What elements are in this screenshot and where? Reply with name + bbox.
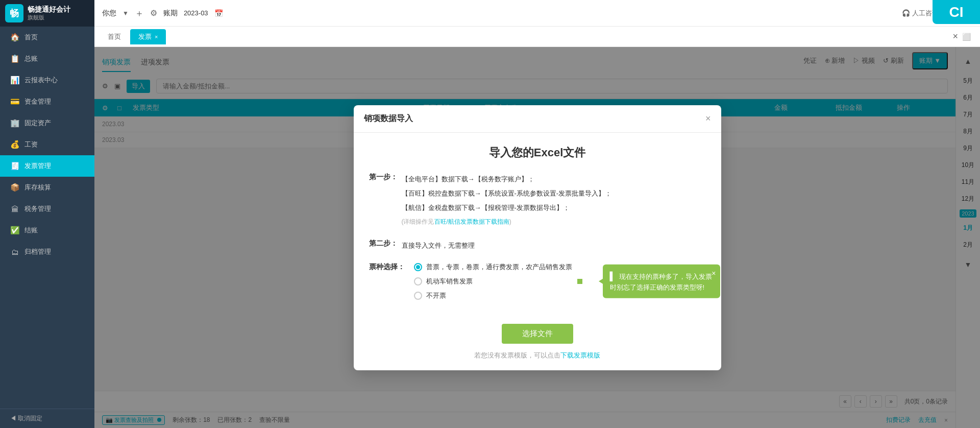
sidebar-item-tax[interactable]: 🏛 税务管理 [0, 198, 94, 220]
salary-icon: 💰 [10, 140, 19, 149]
account-selector[interactable]: 你您 [102, 9, 116, 18]
modal-footer: 选择文件 若您没有发票模版，可以点击下载发票模版 [354, 319, 721, 370]
tab-invoice[interactable]: 发票 × [130, 29, 166, 44]
tooltip-connector-dot [577, 279, 582, 284]
sidebar-label-tax: 税务管理 [24, 204, 51, 213]
sidebar-item-cloud[interactable]: 📊 云报表中心 [0, 69, 94, 91]
window-close-icon[interactable]: × [952, 31, 958, 42]
sidebar-label-invoice: 发票管理 [24, 161, 51, 171]
sidebar-item-archive[interactable]: 🗂 归档管理 [0, 241, 94, 263]
modal-header: 销项数据导入 × [354, 105, 721, 133]
sidebar-item-assets[interactable]: 🏢 固定资产 [0, 112, 94, 134]
select-file-button[interactable]: 选择文件 [502, 324, 573, 344]
sidebar-pin-label: ◀ [10, 415, 16, 422]
ticket-label: 票种选择： [369, 263, 405, 272]
modal-overlay: 销项数据导入 × 导入您的Excel文件 第一步： 【全电平台】数据下载→【税务… [94, 47, 980, 428]
tab-home[interactable]: 首页 [100, 29, 129, 44]
tab-close-icon[interactable]: × [155, 34, 158, 40]
headphone-icon: 🎧 [902, 9, 910, 17]
assets-icon: 🏢 [10, 118, 19, 128]
step2-content: 直接导入文件，无需整理 [402, 239, 475, 252]
period-value: 2023-03 [184, 9, 208, 17]
sidebar-label-home: 首页 [24, 33, 38, 42]
app-title: 畅捷通好会计 [28, 5, 70, 14]
tooltip-bar-icon: ▌ [610, 271, 616, 280]
sidebar-label-ledger: 总账 [24, 54, 38, 63]
sidebar-item-salary[interactable]: 💰 工资 [0, 134, 94, 155]
sidebar-label-assets: 固定资产 [24, 118, 51, 128]
sidebar-item-inventory[interactable]: 📦 库存核算 [0, 177, 94, 198]
sidebar-item-invoice[interactable]: 🧾 发票管理 [0, 155, 94, 177]
tooltip-bubble: × ▌ 现在支持的票种多了，导入发票时别忘了选择正确的发票类型呀! [603, 264, 720, 298]
tabbar: 首页 发票 × × ⬜ [94, 27, 980, 47]
app-subtitle: 旗舰版 [28, 14, 70, 21]
ticket-choice-block: 票种选择： 普票，专票，卷票，通行费发票，农产品销售发票 机动车销售发票 [369, 263, 706, 300]
sidebar-item-fund[interactable]: 💳 资金管理 [0, 91, 94, 112]
content-area: 销项发票 进项发票 凭证 ⊕ 新增 ▷ 视频 ↺ 刷新 账期 ▼ [94, 47, 980, 428]
modal-close-button[interactable]: × [705, 114, 711, 123]
account-dropdown-icon[interactable]: ▼ [122, 10, 129, 17]
radio-item-0[interactable]: 普票，专票，卷票，通行费发票，农产品销售发票 [414, 263, 572, 272]
ledger-icon: 📋 [10, 54, 19, 63]
tab-invoice-label: 发票 [138, 32, 152, 41]
sidebar-item-settle[interactable]: ✅ 结账 [0, 220, 94, 241]
cloud-icon: 📊 [10, 76, 19, 85]
archive-icon: 🗂 [10, 248, 19, 256]
tooltip-close-btn[interactable]: × [712, 267, 716, 278]
sidebar-label-salary: 工资 [24, 140, 38, 149]
fund-icon: 💳 [10, 97, 19, 106]
inventory-icon: 📦 [10, 183, 19, 192]
tab-home-label: 首页 [108, 32, 121, 41]
sidebar-label-cloud: 云报表中心 [24, 76, 58, 85]
import-modal: 销项数据导入 × 导入您的Excel文件 第一步： 【全电平台】数据下载→【税务… [354, 105, 721, 370]
settings-icon[interactable]: ⚙ [150, 8, 157, 18]
tax-icon: 🏛 [10, 205, 19, 213]
sidebar-label-archive: 归档管理 [24, 247, 51, 256]
modal-body: 导入您的Excel文件 第一步： 【全电平台】数据下载→【税务数字账户】； 【百… [354, 133, 721, 319]
radio-circle-2 [414, 292, 422, 300]
modal-title: 销项数据导入 [364, 113, 413, 124]
modal-hint: 若您没有发票模版，可以点击下载发票模版 [369, 351, 706, 360]
download-template-link[interactable]: 下载发票模版 [560, 351, 600, 359]
calendar-icon[interactable]: 📅 [214, 9, 223, 17]
step1-content: 【全电平台】数据下载→【税务数字账户】； 【百旺】税控盘数据下载→【系统设置-系… [402, 173, 612, 229]
radio-circle-0 [414, 263, 422, 271]
sidebar-label-settle: 结账 [24, 226, 38, 235]
sidebar-item-home[interactable]: 🏠 首页 [0, 27, 94, 48]
guide-link[interactable]: 百旺/航信发票数据下载指南 [434, 218, 509, 225]
step1-label: 第一步： [369, 173, 398, 225]
step1-hint: (详细操作见百旺/航信发票数据下载指南) [402, 216, 612, 228]
sidebar-item-ledger[interactable]: 📋 总账 [0, 48, 94, 69]
step1-block: 第一步： 【全电平台】数据下载→【税务数字账户】； 【百旺】税控盘数据下载→【系… [369, 173, 706, 229]
home-icon: 🏠 [10, 33, 19, 42]
sidebar: 畅 畅捷通好会计 旗舰版 🏠 首页 📋 总账 📊 云报表中心 💳 资金管 [0, 0, 94, 428]
sidebar-nav: 🏠 首页 📋 总账 📊 云报表中心 💳 资金管理 🏢 固定资产 💰 工资 [0, 27, 94, 409]
app-logo: 畅 [5, 4, 23, 22]
radio-item-1[interactable]: 机动车销售发票 × ▌ 现在支持的票种多了，导入发票时别忘了选择正确的发票类型呀… [414, 277, 572, 286]
window-maximize-icon[interactable]: ⬜ [962, 33, 971, 41]
step2-block: 第二步： 直接导入文件，无需整理 [369, 239, 706, 252]
sidebar-header: 畅 畅捷通好会计 旗舰版 [0, 0, 94, 27]
settle-icon: ✅ [10, 226, 19, 235]
topbar: 你您 ▼ ＋ ⚙ 账期 2023-03 📅 🎧 人工咨询 👤 用友 [94, 0, 980, 27]
radio-group: 普票，专票，卷票，通行费发票，农产品销售发票 机动车销售发票 [409, 263, 572, 300]
radio-item-2[interactable]: 不开票 [414, 291, 572, 300]
modal-main-title: 导入您的Excel文件 [369, 145, 706, 160]
radio-circle-1 [414, 277, 422, 286]
add-tab-button[interactable]: ＋ [135, 7, 144, 19]
ci-badge: CI [933, 0, 980, 24]
invoice-icon: 🧾 [10, 161, 19, 171]
sidebar-footer[interactable]: ◀ 取消固定 [0, 409, 94, 428]
sidebar-label-fund: 资金管理 [24, 97, 51, 106]
period-label: 账期 [163, 9, 178, 18]
sidebar-label-inventory: 库存核算 [24, 183, 51, 192]
step2-label: 第二步： [369, 239, 398, 248]
main-content: 你您 ▼ ＋ ⚙ 账期 2023-03 📅 🎧 人工咨询 👤 用友 首页 [94, 0, 980, 428]
